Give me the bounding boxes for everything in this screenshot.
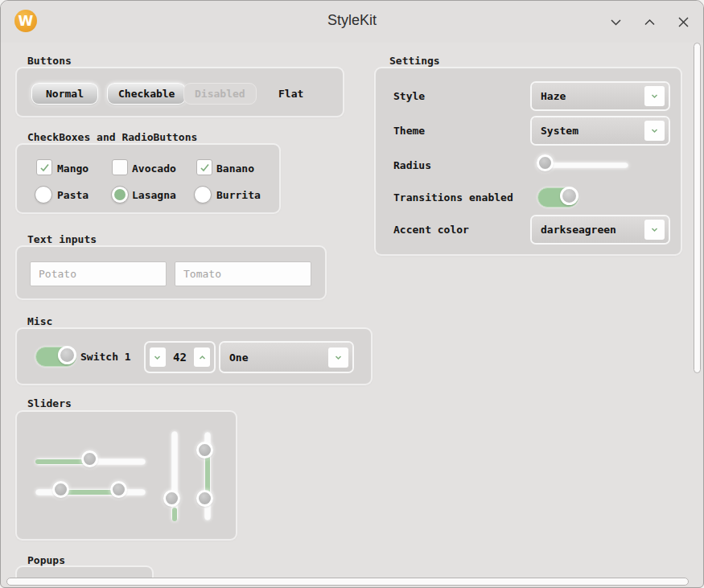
- flat-button[interactable]: Flat: [278, 88, 303, 100]
- radio-lasagna-label[interactable]: Lasagna: [132, 189, 176, 201]
- spin-down-button[interactable]: [150, 347, 166, 367]
- potato-input[interactable]: [30, 261, 167, 286]
- check-icon: [199, 162, 211, 174]
- switch-1[interactable]: [35, 347, 76, 367]
- combo-value: One: [229, 352, 328, 364]
- checkbox-avocado[interactable]: [112, 159, 128, 175]
- misc-combobox[interactable]: One: [220, 343, 352, 372]
- h-slider-2-handle-high[interactable]: [110, 481, 127, 498]
- radius-slider-handle[interactable]: [537, 154, 554, 171]
- style-combobox[interactable]: Haze: [532, 83, 669, 109]
- style-value: Haze: [541, 90, 644, 102]
- disabled-button: Disabled: [183, 83, 257, 105]
- h-slider-1-track[interactable]: [35, 458, 146, 465]
- checkbox-avocado-label[interactable]: Avocado: [132, 162, 176, 175]
- text-inputs-group-label: Text inputs: [27, 233, 97, 245]
- checkbox-banano-label[interactable]: Banano: [216, 162, 254, 175]
- maximize-button[interactable]: [639, 11, 660, 32]
- radio-pasta-label[interactable]: Pasta: [57, 189, 89, 201]
- radio-burrita[interactable]: [194, 186, 212, 204]
- window-controls: [605, 11, 694, 32]
- sliders-group: [17, 412, 236, 539]
- switch-knob: [560, 187, 578, 205]
- theme-label: Theme: [393, 125, 425, 137]
- radio-pasta[interactable]: [35, 186, 52, 204]
- radius-label: Radius: [393, 159, 431, 171]
- spin-value[interactable]: 42: [166, 351, 194, 364]
- chevron-down-icon: [649, 125, 660, 136]
- radio-lasagna[interactable]: [111, 186, 129, 204]
- v-slider-2-handle-low[interactable]: [196, 490, 213, 507]
- v-slider-1-track[interactable]: [171, 431, 178, 521]
- settings-group-label: Settings: [389, 55, 440, 67]
- titlebar[interactable]: W StyleKit: [1, 1, 703, 43]
- theme-combobox[interactable]: System: [532, 117, 669, 144]
- chevron-down-icon: [152, 352, 163, 363]
- check-icon: [39, 162, 51, 174]
- sliders-group-label: Sliders: [27, 397, 72, 409]
- buttons-group-label: Buttons: [27, 55, 72, 67]
- switch-1-label: Switch 1: [80, 351, 131, 363]
- normal-button[interactable]: Normal: [31, 83, 98, 105]
- chevron-up-icon: [197, 352, 208, 363]
- v-slider-2-track[interactable]: [204, 432, 211, 520]
- accent-color-combobox[interactable]: darkseagreen: [532, 216, 669, 243]
- checks-group: [17, 145, 279, 212]
- spin-up-button[interactable]: [194, 347, 210, 367]
- horizontal-scrollbar[interactable]: [6, 578, 689, 586]
- switch-knob: [58, 346, 76, 364]
- popups-group-label: Popups: [27, 554, 65, 566]
- vertical-scrollbar[interactable]: [694, 43, 701, 373]
- checkbox-mango[interactable]: [36, 159, 52, 175]
- style-label: Style: [393, 90, 425, 102]
- close-icon: [674, 13, 693, 31]
- chevron-down-icon: [607, 13, 625, 31]
- h-slider-2-track[interactable]: [35, 489, 146, 495]
- combo-open-button[interactable]: [644, 86, 665, 106]
- chevron-down-icon: [333, 352, 344, 363]
- stylekit-window: W StyleKit Buttons Normal Checkable Dis: [0, 0, 704, 588]
- window-title: StyleKit: [1, 12, 703, 29]
- minimize-button[interactable]: [605, 11, 626, 32]
- accent-color-value: darkseagreen: [541, 224, 644, 236]
- chevron-down-icon: [649, 91, 660, 101]
- transitions-switch[interactable]: [537, 187, 578, 208]
- close-button[interactable]: [673, 11, 694, 32]
- checks-group-label: CheckBoxes and RadioButtons: [27, 131, 197, 143]
- misc-group-label: Misc: [27, 315, 52, 327]
- checkbox-banano[interactable]: [196, 159, 212, 175]
- radius-slider-track[interactable]: [537, 162, 628, 168]
- accent-color-label: Accent color: [393, 224, 469, 236]
- theme-value: System: [541, 125, 644, 137]
- tomato-input[interactable]: [175, 261, 311, 286]
- checkable-button[interactable]: Checkable: [107, 83, 186, 105]
- v-slider-2-handle-high[interactable]: [196, 442, 213, 458]
- combo-open-button[interactable]: [328, 347, 348, 368]
- chevron-up-icon: [640, 13, 659, 31]
- spinbox: 42: [146, 343, 214, 372]
- transitions-label: Transitions enabled: [393, 191, 513, 204]
- h-slider-2-handle-low[interactable]: [52, 481, 69, 498]
- radio-dot: [114, 189, 126, 200]
- combo-open-button[interactable]: [644, 121, 665, 141]
- combo-open-button[interactable]: [644, 220, 665, 240]
- chevron-down-icon: [649, 224, 660, 235]
- v-slider-1-handle[interactable]: [163, 490, 180, 507]
- popups-group: [17, 567, 152, 578]
- h-slider-1-handle[interactable]: [81, 450, 98, 467]
- radio-burrita-label[interactable]: Burrita: [216, 189, 261, 201]
- v-slider-1-fill: [172, 508, 177, 521]
- checkbox-mango-label[interactable]: Mango: [57, 162, 89, 175]
